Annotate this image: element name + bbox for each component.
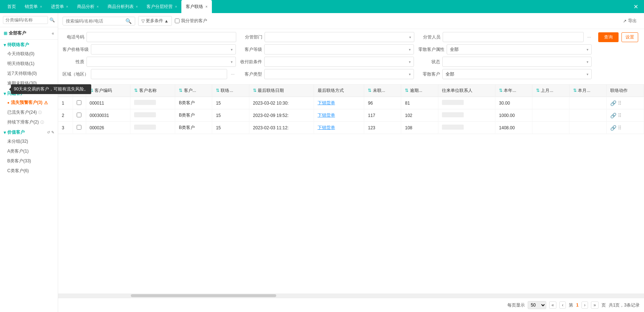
tab-purchase[interactable]: 进货单 × <box>47 0 73 13</box>
close-tab-sales[interactable]: × <box>40 5 42 9</box>
last-page-button[interactable]: » <box>591 301 599 309</box>
sidebar-item-class-b[interactable]: B类客户(33) <box>0 156 58 166</box>
sidebar-group-pending[interactable]: ▾ 待联络客户 <box>0 40 58 49</box>
sidebar-all-customers[interactable]: ⊞ 全部客户 « <box>0 27 58 40</box>
sidebar-item-class-a[interactable]: A类客户(1) <box>0 146 58 156</box>
horizontal-scrollbar[interactable] <box>58 293 644 298</box>
filter-person: 分管人员 ··· <box>419 32 592 42</box>
close-tab-customer-contact[interactable]: × <box>205 5 208 9</box>
row-action-link[interactable]: 🔗 <box>610 125 616 131</box>
row-last-way[interactable]: 下销货单 <box>314 122 364 134</box>
more-filter-button[interactable]: ▽ 更多条件 ▲ <box>138 16 172 26</box>
sidebar-item-7days[interactable]: 近7天待联络(0) <box>0 69 58 78</box>
sidebar-group-value[interactable]: ▾ 价值客户 ↺ ✎ <box>0 127 58 137</box>
row-action-link[interactable]: 🔗 <box>610 113 616 118</box>
filter-row-3: 性质 ▾ 收付款条件 ▾ 状态 ▾ <box>63 57 640 67</box>
row-this-year: 1408.00 <box>495 122 532 134</box>
sidebar-item-declining[interactable]: 持续下滑客户(2) ⓘ <box>0 117 58 127</box>
sidebar-item-churned[interactable]: 已流失客户(24) ⓘ <box>0 108 58 117</box>
tab-product-list[interactable]: 商品分析列表 × <box>103 0 142 13</box>
row-action-more[interactable]: ⠿ <box>618 113 621 118</box>
row-code: 00030031 <box>86 109 130 122</box>
row-not-contact: 123 <box>364 122 401 134</box>
export-button[interactable]: ↗ 导出 <box>620 16 640 25</box>
search-button[interactable]: 🔍 <box>125 18 132 24</box>
row-last-way[interactable]: 下销货单 <box>314 97 364 109</box>
scrollbar-thumb[interactable] <box>131 294 276 297</box>
row-action-more[interactable]: ⠿ <box>618 125 621 131</box>
my-customers-checkbox-label[interactable]: 我分管的客户 <box>175 18 207 24</box>
row-type: B类客户 <box>175 122 212 134</box>
row-name <box>130 109 175 122</box>
person-select[interactable] <box>443 32 584 42</box>
col-not-contact: ⇅ 未联... <box>364 85 401 97</box>
scatter-cust-chevron: ▾ <box>587 72 588 76</box>
filter-status: 状态 ▾ <box>418 57 592 67</box>
tab-customer-tier[interactable]: 客户分层经营 × <box>142 0 181 13</box>
col-person: 往来单位联系人 <box>438 85 495 97</box>
row-name <box>130 122 175 134</box>
close-tab-purchase[interactable]: × <box>66 5 68 9</box>
sidebar-item-class-c[interactable]: C类客户(6) <box>0 166 58 176</box>
nature-select[interactable]: ▾ <box>86 57 236 67</box>
status-select[interactable]: ▾ <box>442 57 592 67</box>
row-person <box>438 97 495 109</box>
close-tab-customer-tier[interactable]: × <box>175 5 177 9</box>
prev-page-button[interactable]: ‹ <box>559 301 566 309</box>
sidebar-item-ungrouped[interactable]: 未分组(32) <box>0 137 58 146</box>
first-page-button[interactable]: « <box>549 301 557 309</box>
payment-select[interactable]: ▾ <box>264 57 414 67</box>
cust-level-select[interactable]: ▾ <box>264 44 414 54</box>
row-last-way[interactable]: 下销货单 <box>314 109 364 122</box>
cust-level-label: 客户等级 <box>240 46 262 53</box>
collapse-icon[interactable]: « <box>52 31 54 36</box>
settings-button[interactable]: 设置 <box>621 32 638 42</box>
per-page-select[interactable]: 50 100 <box>528 301 546 309</box>
dept-label: 分管部门 <box>241 34 262 40</box>
next-page-button[interactable]: › <box>581 301 588 309</box>
row-checkbox[interactable] <box>73 109 86 122</box>
row-action-link[interactable]: 🔗 <box>610 100 616 106</box>
region-select[interactable] <box>91 69 227 79</box>
tab-product-analysis[interactable]: 商品分析 × <box>73 0 103 13</box>
search-input[interactable] <box>66 19 124 24</box>
tab-home[interactable]: 首页 <box>3 0 20 13</box>
person-label: 分管人员 <box>419 34 440 40</box>
sidebar-item-tomorrow[interactable]: 明天待联络(1) <box>0 59 58 69</box>
scatter-attr-select[interactable]: 全部 ▾ <box>447 44 592 54</box>
sidebar-item-churn-warning[interactable]: ● 流失预警客户(3) ⚠ <box>0 98 58 108</box>
tab-customer-contact[interactable]: 客户联络 × <box>181 0 212 13</box>
status-chevron: ▾ <box>587 60 588 64</box>
price-level-select[interactable]: ▾ <box>91 44 236 54</box>
scatter-attr-chevron: ▾ <box>587 48 588 52</box>
sidebar-search-input[interactable] <box>3 16 48 24</box>
toolbar: 🔍 ▽ 更多条件 ▲ 我分管的客户 ↗ 导出 <box>58 13 644 29</box>
person-more-icon[interactable]: ··· <box>586 35 592 40</box>
close-tab-product-list[interactable]: × <box>136 5 138 9</box>
refresh-icon[interactable]: ↺ <box>47 130 50 134</box>
region-more-icon[interactable]: ··· <box>229 72 236 77</box>
pagination: 每页显示 50 100 « ‹ 第 1 › » 页 共1页，3条记录 <box>58 298 644 312</box>
row-checkbox[interactable] <box>73 97 86 109</box>
sort-icon-not: ⇅ <box>368 88 371 93</box>
scatter-cust-select[interactable]: 全部 ▾ <box>442 69 592 79</box>
query-button[interactable]: 查询 <box>598 32 619 42</box>
edit-icon[interactable]: ✎ <box>51 130 54 134</box>
sidebar-search-icon[interactable]: 🔍 <box>49 17 55 23</box>
phone-input[interactable] <box>86 32 236 42</box>
row-action-more[interactable]: ⠿ <box>618 100 621 106</box>
row-checkbox[interactable] <box>73 122 86 134</box>
close-all-button[interactable]: ✕ <box>631 3 641 10</box>
info-icon-declining: ⓘ <box>40 120 44 125</box>
my-customers-checkbox[interactable] <box>175 19 180 23</box>
tab-sales[interactable]: 销货单 × <box>20 0 47 13</box>
close-tab-product-analysis[interactable]: × <box>97 5 99 9</box>
filter-scatter-attr: 零散客户属性 全部 ▾ <box>418 44 592 54</box>
info-icon-churned: ⓘ <box>38 110 42 115</box>
sidebar-item-today[interactable]: 今天待联络(0) <box>0 49 58 59</box>
dept-select[interactable]: ▾ <box>265 32 414 42</box>
main-container: 🔍 ⊞ 全部客户 « ▾ 待联络客户 今天待联络(0) 明天待联络(1) 近7天… <box>0 13 644 312</box>
row-last-date: 2023-02-09 19:52: <box>249 109 314 122</box>
price-level-chevron: ▾ <box>231 48 233 52</box>
cust-type-select[interactable]: ▾ <box>264 69 414 79</box>
